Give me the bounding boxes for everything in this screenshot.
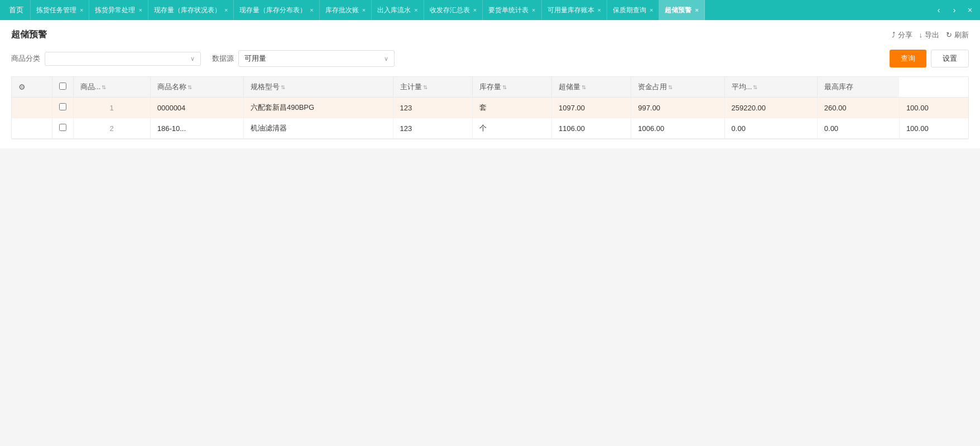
cell-capital-0: 259220.00 — [724, 98, 817, 118]
datasource-select-value: 可用量 — [244, 54, 266, 64]
datasource-chevron-icon: ∨ — [384, 55, 388, 62]
cell-spec-0: 123 — [393, 98, 472, 118]
tab-close-icon-1[interactable]: × — [138, 7, 142, 13]
settings-gear-icon[interactable]: ⚙ — [18, 83, 26, 91]
datasource-select[interactable]: 可用量 ∨ — [238, 50, 395, 67]
col-header-capital[interactable]: 资金占用⇅ — [631, 77, 724, 98]
nav-tabs: 拣货任务管理×拣货异常处理×现存量（库存状况表）×现存量（库存分布表）×库存批次… — [31, 0, 705, 20]
page-header: 超储预警 ⤴ 分享 ↓ 导出 ↻ 刷新 — [11, 29, 969, 41]
sort-icon-unit: ⇅ — [423, 84, 427, 90]
chevron-down-icon: ∨ — [190, 55, 195, 62]
cell-check-1 — [52, 118, 73, 139]
sort-icon-sku_name: ⇅ — [188, 84, 192, 90]
cell-stock-1: 1106.00 — [552, 118, 631, 139]
sort-icon-overstock: ⇅ — [582, 84, 586, 90]
tab-close-icon-9[interactable]: × — [650, 7, 653, 13]
nav-tab-4[interactable]: 库存批次账× — [320, 0, 372, 20]
cell-sku_code-0: 0000004 — [150, 98, 243, 118]
tab-close-icon-0[interactable]: × — [80, 7, 83, 13]
col-header-overstock[interactable]: 超储量⇅ — [552, 77, 631, 98]
table-row: 2186-10...机油滤清器123个1106.001006.000.000.0… — [12, 118, 968, 139]
tab-close-icon-6[interactable]: × — [473, 7, 477, 13]
tab-close-icon-3[interactable]: × — [310, 7, 313, 13]
cell-unit-0: 套 — [472, 98, 551, 118]
table-body: 10000004六配套新昌490BPG123套1097.00997.002592… — [12, 98, 968, 139]
tab-close-icon-10[interactable]: × — [695, 7, 698, 13]
nav-tab-2[interactable]: 现存量（库存状况表）× — [148, 0, 234, 20]
sort-icon-stock: ⇅ — [502, 84, 507, 90]
sort-icon-avg: ⇅ — [753, 84, 757, 90]
filter-row: 商品分类 ∨ 数据源 可用量 ∨ 查询 设置 — [11, 50, 969, 67]
row-checkbox-0[interactable] — [59, 103, 66, 110]
nav-tab-5[interactable]: 出入库流水× — [372, 0, 424, 20]
cell-max_stock-1: 100.00 — [899, 118, 968, 139]
category-filter-group: 商品分类 ∨ — [11, 52, 201, 66]
nav-close-btn[interactable]: × — [962, 0, 978, 20]
col-header-sku_code[interactable]: 商品...⇅ — [73, 77, 150, 98]
tab-close-icon-4[interactable]: × — [362, 7, 366, 13]
cell-sku_code-1: 186-10... — [150, 118, 243, 139]
export-label: 导出 — [925, 30, 939, 40]
row-checkbox-1[interactable] — [59, 124, 66, 131]
table-header-row: ⚙商品...⇅商品名称⇅规格型号⇅主计量⇅库存量⇅超储量⇅资金占用⇅平均...⇅… — [12, 77, 968, 98]
sort-icon-sku_code: ⇅ — [102, 84, 106, 90]
settings-button[interactable]: 设置 — [931, 50, 969, 67]
select-all-checkbox[interactable] — [59, 83, 66, 90]
sort-icon-capital: ⇅ — [668, 84, 672, 90]
nav-tab-6[interactable]: 收发存汇总表× — [424, 0, 483, 20]
col-header-settings: ⚙ — [12, 77, 52, 98]
share-label: 分享 — [898, 30, 912, 40]
nav-arrows: ‹ › × — [931, 0, 978, 20]
col-header-avg[interactable]: 平均...⇅ — [724, 77, 817, 98]
cell-capital-1: 0.00 — [724, 118, 817, 139]
col-header-max_stock: 最高库存 — [817, 77, 899, 98]
cell-stock-0: 1097.00 — [552, 98, 631, 118]
nav-tab-10[interactable]: 超储预警× — [659, 0, 704, 20]
cell-num-1: 2 — [73, 118, 150, 139]
datasource-filter-group: 数据源 可用量 ∨ — [212, 50, 395, 67]
col-header-sku_name[interactable]: 商品名称⇅ — [150, 77, 243, 98]
refresh-label: 刷新 — [954, 30, 969, 40]
page-title: 超储预警 — [11, 29, 47, 41]
nav-tab-1[interactable]: 拣货异常处理× — [89, 0, 148, 20]
query-button[interactable]: 查询 — [890, 50, 926, 67]
share-icon: ⤴ — [892, 31, 896, 39]
nav-tab-3[interactable]: 现存量（库存分布表）× — [234, 0, 319, 20]
col-header-check — [52, 77, 73, 98]
tab-close-icon-8[interactable]: × — [598, 7, 601, 13]
col-header-spec[interactable]: 规格型号⇅ — [243, 77, 393, 98]
cell-sku_name-1: 机油滤清器 — [243, 118, 393, 139]
data-table: ⚙商品...⇅商品名称⇅规格型号⇅主计量⇅库存量⇅超储量⇅资金占用⇅平均...⇅… — [12, 77, 968, 139]
col-header-stock[interactable]: 库存量⇅ — [472, 77, 551, 98]
cell-avg-0: 260.00 — [817, 98, 899, 118]
cell-overstock-1: 1006.00 — [631, 118, 724, 139]
share-button[interactable]: ⤴ 分享 — [892, 30, 912, 40]
page-container: 超储预警 ⤴ 分享 ↓ 导出 ↻ 刷新 商品分类 ∨ 数据源 — [0, 20, 980, 148]
top-nav: 首页 拣货任务管理×拣货异常处理×现存量（库存状况表）×现存量（库存分布表）×库… — [0, 0, 980, 20]
refresh-button[interactable]: ↻ 刷新 — [946, 30, 969, 40]
sort-icon-spec: ⇅ — [281, 84, 285, 90]
nav-tab-9[interactable]: 保质期查询× — [607, 0, 659, 20]
nav-home[interactable]: 首页 — [2, 0, 31, 20]
category-select[interactable]: ∨ — [45, 52, 201, 66]
cell-settings-1 — [12, 118, 52, 139]
datasource-label: 数据源 — [212, 54, 234, 64]
filter-buttons: 查询 设置 — [890, 50, 969, 67]
cell-settings-0 — [12, 98, 52, 118]
export-button[interactable]: ↓ 导出 — [919, 30, 940, 40]
table-row: 10000004六配套新昌490BPG123套1097.00997.002592… — [12, 98, 968, 118]
nav-tab-7[interactable]: 要货单统计表× — [483, 0, 541, 20]
refresh-icon: ↻ — [946, 31, 952, 39]
col-header-unit[interactable]: 主计量⇅ — [393, 77, 472, 98]
category-label: 商品分类 — [11, 54, 40, 64]
nav-prev-btn[interactable]: ‹ — [931, 0, 947, 20]
nav-tab-8[interactable]: 可用量库存账本× — [542, 0, 607, 20]
cell-spec-1: 123 — [393, 118, 472, 139]
cell-unit-1: 个 — [472, 118, 551, 139]
nav-tab-0[interactable]: 拣货任务管理× — [31, 0, 89, 20]
tab-close-icon-7[interactable]: × — [532, 7, 535, 13]
tab-close-icon-2[interactable]: × — [224, 7, 228, 13]
nav-next-btn[interactable]: › — [947, 0, 962, 20]
tab-close-icon-5[interactable]: × — [414, 7, 417, 13]
export-icon: ↓ — [919, 31, 923, 39]
